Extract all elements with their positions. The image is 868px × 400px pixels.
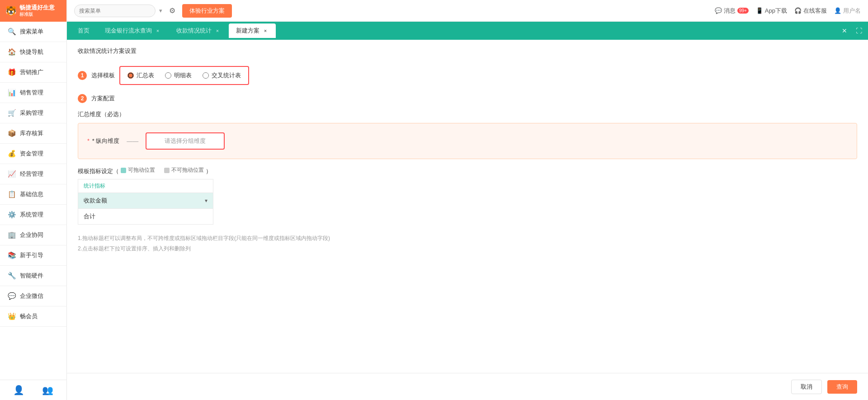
dimension-arrow: —— [127, 138, 138, 145]
enterprise-collab-icon: 🏢 [7, 231, 16, 240]
sidebar-item-newbie-guide[interactable]: 📚 新手引导 [0, 245, 66, 266]
tab-new-plan-label: 新建方案 [236, 27, 259, 35]
sidebar-label-enterprise-wechat: 企业微信 [20, 292, 43, 300]
sidebar-label-system: 系统管理 [20, 211, 43, 219]
user-avatar-icon: 👤 [834, 7, 841, 14]
radio-summary-label: 汇总表 [137, 71, 154, 80]
sidebar-item-system[interactable]: ⚙️ 系统管理 [0, 205, 66, 225]
sidebar: 🐯 畅捷通好生意 标准版 🔍 搜索菜单 🏠 快捷导航 🎁 营销推广 📊 销售管理… [0, 0, 67, 400]
col-dropdown-icon[interactable]: ▾ [205, 198, 208, 204]
radio-cross-option[interactable]: 交叉统计表 [203, 71, 241, 80]
cancel-button[interactable]: 取消 [791, 380, 822, 394]
sum-row: 合计 [78, 209, 213, 224]
dimension-config: 汇总维度（必选） * * 纵向维度 —— 请选择分组维度 [78, 110, 857, 225]
tab-bank-flow-close[interactable]: × [155, 28, 161, 34]
radio-cross-label: 交叉统计表 [212, 71, 241, 80]
movable-legend: 可拖动位置 [121, 166, 155, 174]
message-button[interactable]: 💬 消息 99+ [715, 7, 749, 15]
service-label: 在线客服 [803, 7, 827, 15]
inventory-icon: 📦 [7, 129, 16, 138]
sidebar-label-smart-hardware: 智能硬件 [20, 272, 43, 280]
tips-section: 1.拖动标题栏可以调整布局，不可跨维度或指标区域拖动栏目字段(只能在同一维度或指… [78, 234, 857, 254]
sidebar-item-inventory[interactable]: 📦 库存核算 [0, 123, 66, 144]
sidebar-label-sales: 销售管理 [20, 89, 43, 97]
indicator-settings-label: 模板指标设定（ 可拖动位置 不可拖动位置 ） [78, 166, 212, 175]
sidebar-item-quick-nav[interactable]: 🏠 快捷导航 [0, 42, 66, 62]
tab-new-plan-close[interactable]: × [262, 28, 269, 34]
user-info[interactable]: 👤 用户名 [834, 7, 861, 15]
expand-icon[interactable]: ⛶ [854, 25, 864, 36]
radio-detail-input[interactable] [165, 72, 171, 79]
dimension-section-label: 汇总维度（必选） [78, 110, 857, 118]
indicator-header: 模板指标设定（ 可拖动位置 不可拖动位置 ） [78, 166, 857, 175]
member-icon: 👑 [7, 312, 16, 321]
username: 用户名 [843, 7, 861, 15]
tab-collection-stat[interactable]: 收款情况统计 × [169, 24, 228, 38]
sidebar-item-finance[interactable]: 💰 资金管理 [0, 144, 66, 164]
dimension-placeholder: 请选择分组维度 [165, 137, 206, 144]
sum-label: 合计 [84, 213, 95, 220]
col-label: 收款金额 [84, 197, 107, 205]
sidebar-item-purchase[interactable]: 🛒 采购管理 [0, 103, 66, 123]
tabbar: 首页 现金银行流水查询 × 收款情况统计 × 新建方案 × ✕ ⛶ [67, 22, 868, 40]
radio-summary-option[interactable]: 汇总表 [127, 71, 154, 80]
dimension-select-button[interactable]: 请选择分组维度 [146, 132, 225, 150]
dimension-area: * * 纵向维度 —— 请选择分组维度 [78, 123, 857, 159]
sidebar-avatar-left[interactable]: 👤 [13, 385, 24, 395]
purchase-icon: 🛒 [7, 108, 16, 118]
radio-cross-input[interactable] [203, 72, 209, 79]
message-icon: 💬 [715, 7, 722, 14]
message-badge: 99+ [737, 8, 749, 14]
sidebar-label-quick-nav: 快捷导航 [20, 48, 43, 56]
vertical-dimension-label: * * 纵向维度 [87, 137, 119, 145]
col-payment-amount[interactable]: 收款金额 ▾ [78, 193, 213, 209]
logo-icon: 🐯 [5, 5, 17, 16]
query-button[interactable]: 查询 [827, 380, 857, 394]
step2-header: 2 方案配置 [78, 94, 857, 103]
breadcrumb-text: 收款情况统计方案设置 [78, 47, 137, 54]
page-container: 收款情况统计方案设置 1 选择模板 汇总表 明细表 [67, 40, 868, 373]
step1-section: 1 选择模板 汇总表 明细表 交 [78, 66, 857, 85]
radio-detail-option[interactable]: 明细表 [165, 71, 192, 80]
sidebar-item-enterprise-wechat[interactable]: 💬 企业微信 [0, 286, 66, 306]
main-area: ▾ ⚙ 体验行业方案 💬 消息 99+ 📱 App下载 🎧 在线客服 👤 用户名 [67, 0, 868, 400]
management-icon: 📈 [7, 169, 16, 179]
sidebar-label-inventory: 库存核算 [20, 129, 43, 137]
step1-title: 选择模板 [91, 71, 115, 80]
sidebar-item-enterprise-collab[interactable]: 🏢 企业协同 [0, 225, 66, 245]
tab-bank-flow[interactable]: 现金银行流水查询 × [98, 24, 168, 38]
tab-new-plan[interactable]: 新建方案 × [229, 24, 276, 38]
sidebar-item-smart-hardware[interactable]: 🔧 智能硬件 [0, 266, 66, 286]
online-service-button[interactable]: 🎧 在线客服 [794, 7, 827, 15]
sidebar-avatar-right[interactable]: 👥 [42, 385, 53, 395]
required-mark: * [87, 137, 90, 144]
sidebar-item-member[interactable]: 👑 畅会员 [0, 306, 66, 327]
indicator-table: 统计指标 收款金额 ▾ 合计 [78, 179, 213, 225]
tab-home-label: 首页 [78, 27, 90, 35]
fixed-dot-icon [164, 168, 170, 173]
sidebar-label-purchase: 采购管理 [20, 109, 43, 117]
close-tab-icon[interactable]: ✕ [839, 25, 850, 36]
app-download-button[interactable]: 📱 App下载 [756, 7, 787, 15]
system-icon: ⚙️ [7, 210, 16, 219]
tab-home[interactable]: 首页 [71, 24, 97, 38]
radio-detail-label: 明细表 [174, 71, 192, 80]
app-logo: 🐯 畅捷通好生意 标准版 [0, 0, 66, 22]
sidebar-item-marketing[interactable]: 🎁 营销推广 [0, 62, 66, 83]
sidebar-item-sales[interactable]: 📊 销售管理 [0, 83, 66, 103]
sidebar-item-basic-info[interactable]: 📋 基础信息 [0, 184, 66, 205]
sidebar-bottom: 👤 👥 [0, 380, 66, 400]
sidebar-label-enterprise-collab: 企业协同 [20, 231, 43, 239]
dropdown-chevron-icon[interactable]: ▾ [159, 7, 162, 14]
industry-solution-button[interactable]: 体验行业方案 [182, 4, 232, 18]
service-icon: 🎧 [794, 7, 802, 14]
tab-collection-stat-close[interactable]: × [214, 28, 221, 34]
sidebar-item-search[interactable]: 🔍 搜索菜单 [0, 22, 66, 42]
settings-gear-icon[interactable]: ⚙ [166, 5, 179, 17]
topbar-right: 💬 消息 99+ 📱 App下载 🎧 在线客服 👤 用户名 [715, 7, 861, 15]
logo-text: 畅捷通好生意 [19, 4, 55, 12]
sidebar-item-management[interactable]: 📈 经营管理 [0, 164, 66, 184]
radio-summary-input[interactable] [127, 72, 134, 79]
menu-search-input[interactable] [74, 5, 156, 17]
sales-icon: 📊 [7, 88, 16, 97]
